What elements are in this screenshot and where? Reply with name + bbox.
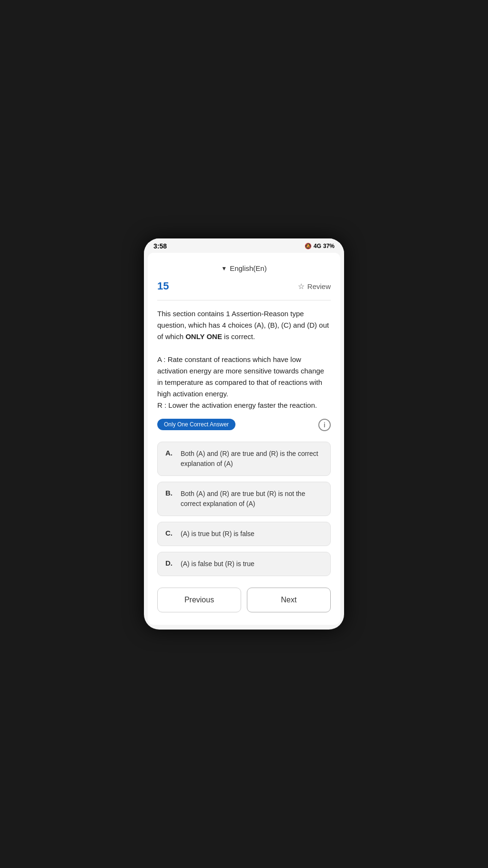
- option-c-text: (A) is true but (R) is false: [181, 529, 254, 539]
- status-bar: 3:58 🔕 4G 37%: [144, 238, 344, 253]
- option-a[interactable]: A. Both (A) and (R) are true and (R) is …: [157, 442, 331, 476]
- option-c-letter: C.: [165, 529, 174, 537]
- reason-text: R : Lower the activation energy faster t…: [157, 401, 317, 409]
- review-label: Review: [307, 282, 331, 290]
- content-area: ▼ English(En) 15 ☆ Review This section c…: [148, 253, 340, 625]
- previous-button[interactable]: Previous: [157, 588, 241, 612]
- option-b-letter: B.: [165, 489, 174, 497]
- question-body-end: is correct.: [222, 332, 255, 341]
- option-d[interactable]: D. (A) is false but (R) is true: [157, 552, 331, 576]
- status-icons: 🔕 4G 37%: [305, 243, 335, 249]
- star-icon: ☆: [298, 282, 305, 291]
- network-icon: 4G: [314, 243, 321, 249]
- chevron-down-icon: ▼: [221, 265, 227, 272]
- phone-frame: 3:58 🔕 4G 37% ▼ English(En) 15 ☆ Review …: [144, 238, 344, 630]
- review-button[interactable]: ☆ Review: [298, 282, 331, 291]
- question-bold-text: ONLY ONE: [185, 332, 222, 341]
- option-b-text: Both (A) and (R) are true but (R) is not…: [181, 489, 323, 509]
- answer-type-badge: Only One Correct Answer: [157, 419, 235, 430]
- question-number: 15: [157, 280, 169, 292]
- signal-icon: 🔕: [305, 243, 312, 249]
- options-list: A. Both (A) and (R) are true and (R) is …: [157, 442, 331, 576]
- language-selector[interactable]: ▼ English(En): [157, 260, 331, 280]
- divider: [157, 300, 331, 300]
- info-icon[interactable]: i: [318, 419, 331, 431]
- option-d-text: (A) is false but (R) is true: [181, 559, 254, 569]
- option-d-letter: D.: [165, 559, 174, 567]
- badge-row: Only One Correct Answer i: [157, 419, 331, 432]
- option-b[interactable]: B. Both (A) and (R) are true but (R) is …: [157, 482, 331, 516]
- status-time: 3:58: [153, 242, 167, 250]
- nav-buttons: Previous Next: [157, 588, 331, 612]
- question-body: This section contains 1 Assertion-Reason…: [157, 308, 331, 411]
- next-button[interactable]: Next: [247, 588, 331, 612]
- assertion-text: A : Rate constant of reactions which hav…: [157, 355, 324, 398]
- option-a-text: Both (A) and (R) are true and (R) is the…: [181, 449, 323, 469]
- question-header: 15 ☆ Review: [157, 280, 331, 292]
- option-c[interactable]: C. (A) is true but (R) is false: [157, 522, 331, 546]
- language-label: English(En): [230, 264, 267, 272]
- option-a-letter: A.: [165, 449, 174, 457]
- battery-icon: 37%: [323, 243, 335, 249]
